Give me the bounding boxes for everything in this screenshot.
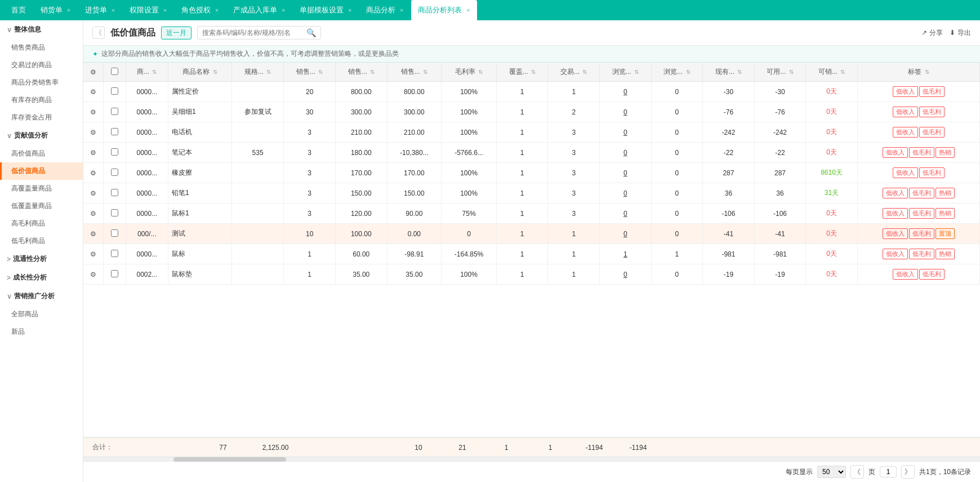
row-checkbox[interactable] [104, 163, 126, 183]
next-page-button[interactable]: 》 [901, 465, 915, 479]
nav-permission[interactable]: 权限设置 × [123, 0, 173, 20]
page-size-select[interactable]: 50 100 200 [817, 466, 846, 478]
nav-sales[interactable]: 销货单 × [34, 0, 77, 20]
row-select-checkbox[interactable] [111, 229, 118, 237]
sidebar-item-all-products[interactable]: 全部商品 [0, 306, 83, 323]
row-select-checkbox[interactable] [111, 169, 118, 176]
col-stock[interactable]: 现有... ⇅ [703, 63, 755, 82]
row-checkbox[interactable] [104, 122, 126, 143]
row-checkbox[interactable] [104, 143, 126, 163]
row-select-checkbox[interactable] [111, 148, 118, 156]
view-count-link[interactable]: 0 [623, 271, 627, 278]
view-count-link[interactable]: 0 [623, 169, 627, 177]
col-sale2[interactable]: 销售... ⇅ [335, 63, 387, 82]
scroll-thumb[interactable] [173, 457, 286, 462]
nav-product-analysis-list[interactable]: 商品分析列表 × [411, 0, 476, 20]
col-name[interactable]: 商品名称 ⇅ [168, 63, 232, 82]
col-cover[interactable]: 覆盖... ⇅ [496, 63, 548, 82]
sidebar-item-low-coverage[interactable]: 低覆盖量商品 [0, 197, 83, 215]
row-select-checkbox[interactable] [111, 128, 118, 135]
row-checkbox[interactable] [104, 102, 126, 122]
sidebar-item-low-margin[interactable]: 低毛利商品 [0, 232, 83, 250]
col-code[interactable]: 商... ⇅ [126, 63, 168, 82]
row-gear[interactable]: ⚙ [83, 122, 104, 143]
row-gear[interactable]: ⚙ [83, 204, 104, 224]
view-count-link[interactable]: 0 [623, 149, 627, 157]
row-checkbox[interactable] [104, 204, 126, 224]
view-count-link[interactable]: 0 [623, 230, 627, 238]
col-sellable[interactable]: 可销... ⇅ [806, 63, 858, 82]
row-view1[interactable]: 0 [600, 102, 652, 122]
row-gear[interactable]: ⚙ [83, 264, 104, 285]
first-page-button[interactable]: 《 [850, 465, 864, 479]
nav-product-analysis[interactable]: 商品分析 × [359, 0, 410, 20]
col-avail[interactable]: 可用... ⇅ [754, 63, 806, 82]
row-gear[interactable]: ⚙ [83, 82, 104, 102]
row-checkbox[interactable] [104, 264, 126, 285]
nav-product-in[interactable]: 产成品入库单 × [226, 0, 292, 20]
row-select-checkbox[interactable] [111, 209, 118, 216]
select-all-checkbox[interactable] [111, 68, 118, 75]
row-view1[interactable]: 0 [600, 204, 652, 224]
sidebar-group-marketing[interactable]: ∨ 营销推广分析 [0, 287, 83, 306]
row-gear[interactable]: ⚙ [83, 143, 104, 163]
col-view1[interactable]: 浏览... ⇅ [600, 63, 652, 82]
col-checkbox[interactable] [104, 63, 126, 82]
view-count-link[interactable]: 0 [623, 108, 627, 116]
row-checkbox[interactable] [104, 183, 126, 204]
sidebar-group-circulation[interactable]: > 流通性分析 [0, 250, 83, 268]
filter-tag-month[interactable]: 近一月 [161, 26, 191, 39]
nav-home[interactable]: 首页 [5, 0, 33, 20]
row-gear[interactable]: ⚙ [83, 102, 104, 122]
row-select-checkbox[interactable] [111, 87, 118, 95]
col-spec[interactable]: 规格... ⇅ [231, 63, 284, 82]
search-input[interactable] [202, 29, 303, 37]
export-button[interactable]: ⬇ 导出 [950, 28, 971, 38]
row-select-checkbox[interactable] [111, 270, 118, 277]
view-count-link[interactable]: 0 [623, 129, 627, 136]
row-view1[interactable]: 1 [600, 244, 652, 264]
col-sale3[interactable]: 销售... ⇅ [387, 63, 442, 82]
view-count-link[interactable]: 0 [623, 189, 627, 197]
row-view1[interactable]: 0 [600, 82, 652, 102]
search-icon[interactable]: 🔍 [306, 28, 316, 37]
row-view1[interactable]: 0 [600, 264, 652, 285]
nav-purchase[interactable]: 进货单 × [78, 0, 122, 20]
col-gross[interactable]: 毛利率 ⇅ [442, 63, 497, 82]
sidebar-item-high-coverage[interactable]: 高覆盖量商品 [0, 180, 83, 197]
row-gear[interactable]: ⚙ [83, 163, 104, 183]
sidebar-group-contribution[interactable]: ∨ 贡献值分析 [0, 126, 83, 145]
sidebar-group-overall[interactable]: ∨ 整体信息 [0, 20, 83, 39]
horizontal-scrollbar[interactable] [83, 457, 980, 461]
nav-template[interactable]: 单据模板设置 × [293, 0, 358, 20]
view-count-link[interactable]: 1 [623, 250, 627, 258]
row-gear[interactable]: ⚙ [83, 244, 104, 264]
sidebar-item-new-products[interactable]: 新品 [0, 323, 83, 341]
view-count-link[interactable]: 0 [623, 210, 627, 218]
page-number-input[interactable] [880, 466, 897, 477]
col-gear[interactable]: ⚙ [83, 63, 104, 82]
sidebar-item-low-value[interactable]: 低价值商品 [0, 162, 83, 180]
row-view1[interactable]: 0 [600, 224, 652, 244]
sidebar-item-category-sales[interactable]: 商品分类销售率 [0, 74, 83, 91]
view-count-link[interactable]: 0 [623, 88, 627, 96]
row-checkbox[interactable] [104, 224, 126, 244]
row-view1[interactable]: 0 [600, 183, 652, 204]
sidebar-group-growth[interactable]: > 成长性分析 [0, 268, 83, 287]
sidebar-item-high-value[interactable]: 高价值商品 [0, 145, 83, 162]
col-trade[interactable]: 交易... ⇅ [548, 63, 600, 82]
col-tags[interactable]: 标签 ⇅ [857, 63, 979, 82]
col-sale1[interactable]: 销售... ⇅ [284, 63, 336, 82]
share-button[interactable]: ↗ 分享 [921, 28, 943, 38]
row-checkbox[interactable] [104, 244, 126, 264]
nav-role[interactable]: 角色授权 × [175, 0, 225, 20]
col-view2[interactable]: 浏览... ⇅ [651, 63, 703, 82]
row-gear[interactable]: ⚙ [83, 224, 104, 244]
row-gear[interactable]: ⚙ [83, 183, 104, 204]
row-select-checkbox[interactable] [111, 189, 118, 196]
sidebar-item-sales-products[interactable]: 销售类商品 [0, 39, 83, 56]
row-select-checkbox[interactable] [111, 108, 118, 115]
sidebar-item-stocked-products[interactable]: 有库存的商品 [0, 91, 83, 109]
collapse-sidebar-button[interactable]: 《 [92, 26, 105, 39]
row-checkbox[interactable] [104, 82, 126, 102]
